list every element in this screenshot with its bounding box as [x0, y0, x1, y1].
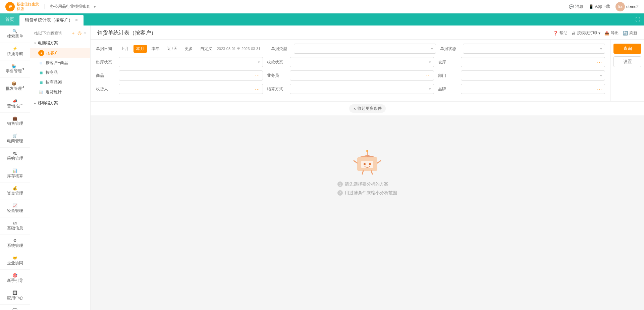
avatar: Ea [615, 2, 625, 11]
sidebar-item-apps[interactable]: 🔲 应用中心 [0, 287, 30, 305]
filter-row-2: 出库状态 ▾ 收款状态 ▾ [96, 57, 605, 67]
expand-icon-mobile: ▸ [34, 101, 36, 105]
chart-icon: 📊 [38, 90, 44, 95]
print-button[interactable]: 🖨 按模板打印 ▾ [572, 30, 600, 36]
date-group: 上月 本月 本年 近7天 更多 自定义 [118, 45, 215, 53]
recv-status-label: 收款状态 [267, 59, 287, 65]
chevron-down-icon: ▾ [600, 73, 602, 78]
svg-point-3 [369, 163, 371, 165]
settle-select[interactable]: ▾ [290, 84, 434, 94]
goods-label: 商品 [96, 73, 116, 79]
sidebar-item-finance[interactable]: 💰 资金管理 [0, 183, 30, 200]
phone-icon: 📱 [589, 4, 594, 9]
edit-scheme-icon[interactable]: ◎ [77, 30, 82, 36]
help-button[interactable]: ❓ 帮助 [553, 30, 568, 36]
filter-dept-col: 部门 ▾ [438, 70, 605, 81]
dept-select[interactable]: ▾ [461, 70, 605, 81]
empty-tips: 1 请先选择要分析的方案 2 用过滤条件来缩小分析范围 [337, 181, 397, 199]
filter-recvstatus-col: 收款状态 ▾ [267, 57, 434, 67]
tree-item-return-stats[interactable]: 📊 退货统计 [30, 87, 90, 97]
tree-item-goods[interactable]: ▦ 按商品 [30, 68, 90, 78]
warehouse-select[interactable]: ··· [461, 57, 605, 67]
tree-parent-mobile[interactable]: ▸ 移动端方案 [30, 98, 90, 108]
setting-button[interactable]: 设置 [613, 56, 641, 67]
date-prev-month[interactable]: 上月 [118, 45, 131, 53]
sidebar-item-marketing[interactable]: 📣 营销推广 [0, 95, 30, 113]
tabbar: 首页 销货单统计表（按客户） ✕ — ⛶ [0, 13, 644, 25]
maximize-icon[interactable]: ⛶ [635, 17, 640, 22]
filter-row-4: 收货人 ··· 结算方式 ▾ [96, 84, 605, 94]
topbar-dropdown[interactable]: ▼ [93, 5, 97, 9]
brand-label: 品牌 [438, 86, 458, 92]
date-custom[interactable]: 自定义 [198, 45, 215, 53]
sidebar-item-nav[interactable]: ⚡ 快捷导航 [0, 43, 30, 60]
refresh-icon: 🔄 [623, 31, 628, 36]
sidebar-item-system[interactable]: ⚙ 系统管理 [0, 235, 30, 252]
page-title: 销货单统计表（按客户） [97, 30, 156, 37]
filter-main: 单据日期 上月 本月 本年 近7天 更多 自定义 2023-03-01 至 20… [91, 40, 644, 101]
sidebar-item-basics[interactable]: 🗂 基础信息 [0, 217, 30, 235]
sidebar-item-wholesale[interactable]: 📦 批发管理 ▴ [0, 78, 30, 95]
tree-item-by-customer[interactable]: ● 按客户 [30, 48, 90, 58]
sidebar-item-guide[interactable]: 🎯 新手引导 [0, 270, 30, 287]
settle-label: 结算方式 [267, 86, 287, 92]
out-status-select[interactable]: ▾ [119, 57, 263, 67]
minimize-icon[interactable]: — [628, 17, 633, 22]
sidebar-item-management[interactable]: 📈 经营管理 [0, 200, 30, 217]
content-header: 销货单统计表（按客户） ❓ 帮助 🖨 按模板打印 ▾ 📤 导出 🔄 刷新 [91, 25, 644, 40]
collapse-icon: ∧ [353, 106, 356, 111]
sidebar-item-inventory[interactable]: 📊 库存核算 [0, 165, 30, 183]
goods-select[interactable]: ··· [119, 70, 263, 81]
brand-select[interactable]: ··· [461, 84, 605, 94]
topbar-title: 办公用品行业模拟账套 [50, 4, 90, 9]
collapse-row: ∧ 收起更多条件 [91, 101, 644, 115]
export-icon: 📤 [604, 31, 609, 36]
sidebar-item-collab[interactable]: 🤝 企业协同 [0, 252, 30, 270]
staff-select[interactable]: ··· [290, 70, 434, 81]
refresh-button[interactable]: 🔄 刷新 [623, 30, 637, 36]
tab-close-icon[interactable]: ✕ [75, 18, 78, 22]
content-actions: ❓ 帮助 🖨 按模板打印 ▾ 📤 导出 🔄 刷新 [553, 30, 637, 36]
user-area[interactable]: Ea demo2 [615, 2, 639, 11]
topbar-right: 💬 消息 📱 App下载 Ea demo2 [569, 2, 639, 11]
svg-line-6 [362, 171, 363, 174]
tab-home[interactable]: 首页 [0, 13, 19, 25]
status-select[interactable]: ▾ [463, 44, 605, 54]
consignee-select[interactable]: ··· [119, 84, 263, 94]
date-label: 单据日期 [96, 46, 116, 52]
app-download-button[interactable]: 📱 App下载 [589, 4, 610, 9]
add-scheme-icon[interactable]: ＋ [71, 30, 75, 36]
sidebar-item-search[interactable]: 🔍 搜索菜单 [0, 25, 30, 43]
date-this-month[interactable]: 本月 [133, 45, 147, 53]
tree-item-goods99[interactable]: ▦ 按商品99 [30, 78, 90, 87]
message-icon: 💬 [569, 4, 574, 9]
filter-settle-col: 结算方式 ▾ [267, 84, 434, 94]
date-7days[interactable]: 近7天 [164, 45, 180, 53]
date-this-year[interactable]: 本年 [149, 45, 162, 53]
export-button[interactable]: 📤 导出 [604, 30, 619, 36]
filter-buttons: 查询 设置 [610, 40, 644, 101]
message-button[interactable]: 💬 消息 [569, 4, 583, 9]
collapse-button[interactable]: ∧ 收起更多条件 [349, 104, 386, 113]
panel-icons: ＋ ◎ « [71, 30, 86, 36]
recv-status-select[interactable]: ▾ [290, 57, 434, 67]
filter-brand-col: 品牌 ··· [438, 84, 605, 94]
filter-row-1: 单据日期 上月 本月 本年 近7天 更多 自定义 2023-03-01 至 20… [96, 44, 605, 54]
collapse-panel-icon[interactable]: « [84, 30, 86, 36]
tab-sales-stats[interactable]: 销货单统计表（按客户） ✕ [19, 15, 84, 25]
tree-item-customer-goods[interactable]: ⊞ 按客户+商品 [30, 58, 90, 68]
table-icon: ▦ [38, 70, 44, 75]
content: 销货单统计表（按客户） ❓ 帮助 🖨 按模板打印 ▾ 📤 导出 🔄 刷新 [91, 25, 644, 310]
query-button[interactable]: 查询 [613, 44, 641, 54]
date-more[interactable]: 更多 [182, 45, 196, 53]
chevron-down-icon: ▾ [431, 47, 433, 51]
sidebar-item-sales[interactable]: 💼 销售管理 [0, 113, 30, 130]
sidebar-item-purchase[interactable]: 🛍 采购管理 [0, 148, 30, 165]
svg-rect-1 [361, 161, 373, 168]
date-range-display: 2023-03-01 至 2023-03-31 [217, 46, 261, 51]
sidebar-item-retail[interactable]: 🏪 零售管理 ▾ [0, 60, 30, 78]
sidebar-item-wechat[interactable]: 💬 企业微信 [0, 305, 30, 310]
type-select[interactable]: ▾ [294, 44, 436, 54]
sidebar-item-ecommerce[interactable]: 🛒 电商管理 [0, 130, 30, 148]
tree-parent-pc[interactable]: ▾ 电脑端方案 [30, 38, 90, 48]
